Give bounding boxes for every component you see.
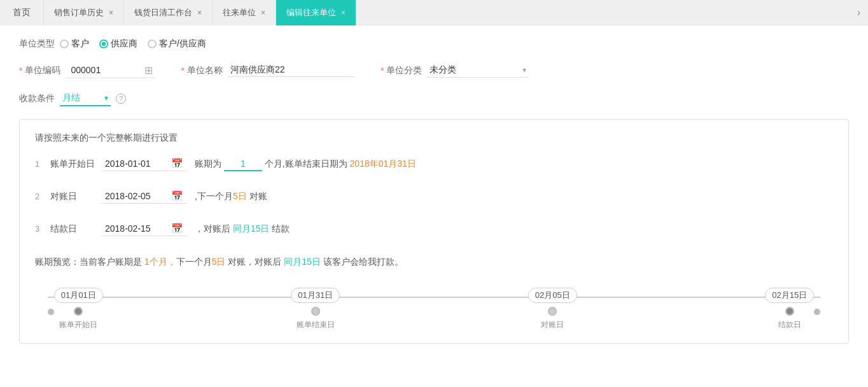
tab-partner-units-close[interactable]: ×	[261, 8, 265, 17]
unit-code-field: * 单位编码 ⊞	[19, 62, 155, 78]
start-date-field: 📅	[101, 157, 187, 171]
tab-edit-partner-close[interactable]: ×	[341, 8, 346, 17]
tab-sales-history[interactable]: 销售订单历史 ×	[44, 0, 124, 25]
preview-payment-day: 同月15日	[284, 257, 321, 267]
row-num-1: 1	[35, 159, 50, 169]
preview-text: 账期预览：当前客户账期是 1个月，下一个月5日 对账，对账后 同月15日 该客户…	[35, 254, 833, 270]
unit-type-radio-group: 客户 供应商 客户/供应商	[60, 38, 206, 50]
reconcile-date-field: 📅	[101, 189, 187, 204]
unit-name-field: * 单位名称	[181, 64, 354, 77]
payment-date-input[interactable]	[105, 223, 169, 234]
row-2-prefix: ,下一个月	[195, 191, 233, 201]
unit-category-field: * 单位分类 未分类 ▾	[381, 63, 529, 78]
payment-condition-value: 月结	[62, 92, 102, 104]
unit-name-label: 单位名称	[187, 65, 223, 76]
radio-supplier-label: 供应商	[111, 38, 137, 50]
row-label-2: 对账日	[50, 191, 101, 202]
timeline-dot-left	[48, 309, 54, 315]
radio-both-label: 客户/供应商	[159, 38, 206, 50]
period-input[interactable]	[224, 157, 262, 171]
row-3-suffix: ，对账后 同月15日 结款	[195, 223, 290, 235]
period-month-text: 个月,账单结束日期为	[265, 158, 350, 169]
tab-partner-units[interactable]: 往来单位 ×	[213, 0, 276, 25]
payment-condition-arrow-icon: ▾	[104, 94, 108, 102]
timeline-node-2-label: 账单结束日	[297, 320, 335, 330]
unit-code-input-wrapper: ⊞	[66, 62, 155, 78]
tab-bar: 首页 销售订单历史 × 钱货日清工作台 × 往来单位 × 编辑往来单位 × ›	[0, 0, 868, 25]
unit-category-value: 未分类	[430, 64, 520, 76]
main-content: 单位类型 客户 供应商 客户/供应商 * 单位编码 ⊞	[0, 25, 868, 387]
row-2-suffix: ,下一个月5日 对账	[195, 191, 267, 202]
row-label-3: 结款日	[50, 223, 101, 235]
tab-partner-units-label: 往来单位	[223, 7, 256, 18]
start-date-calendar-icon[interactable]: 📅	[171, 158, 183, 169]
unit-name-star: *	[181, 66, 184, 76]
setting-row-3: 3 结款日 📅 ，对账后 同月15日 结款	[35, 222, 833, 236]
timeline-node-2-dot	[311, 307, 320, 316]
timeline-node-3-label: 对账日	[541, 320, 564, 330]
unit-name-input[interactable]	[228, 64, 355, 77]
timeline-node-3-date: 02月05日	[528, 288, 577, 303]
timeline-dot-right	[814, 309, 820, 315]
row-label-1: 账单开始日	[50, 158, 101, 170]
help-icon[interactable]: ?	[116, 94, 126, 104]
payment-date-calendar-icon[interactable]: 📅	[171, 223, 183, 234]
setting-row-2: 2 对账日 📅 ,下一个月5日 对账	[35, 189, 833, 204]
unit-category-star: *	[381, 66, 384, 76]
billing-end-date: 2018年01月31日	[350, 158, 416, 169]
tab-home[interactable]: 首页	[0, 0, 44, 25]
row-1-suffix: 账期为 个月,账单结束日期为 2018年01月31日	[195, 157, 416, 171]
preview-period: 1个月，	[144, 257, 176, 267]
radio-supplier-circle	[99, 39, 108, 48]
radio-customer-label: 客户	[71, 38, 89, 50]
setting-row-1: 1 账单开始日 📅 账期为 个月,账单结束日期为 2018年01月31日	[35, 157, 833, 171]
tab-cash-workbench-close[interactable]: ×	[197, 8, 202, 17]
radio-supplier[interactable]: 供应商	[99, 38, 137, 50]
tab-home-label: 首页	[13, 7, 31, 18]
preview-label: 账期预览：当前客户账期是	[35, 257, 144, 267]
start-date-input[interactable]	[105, 158, 169, 169]
timeline-node-4: 02月15日 结款日	[765, 288, 814, 330]
preview-reconcile-prefix: 下一个月	[176, 257, 212, 267]
payment-day: 同月15日	[233, 223, 270, 234]
tab-sales-history-label: 销售订单历史	[54, 7, 104, 18]
timeline-node-4-date: 02月15日	[765, 288, 814, 303]
timeline: 01月01日 账单开始日 01月31日 账单结束日 02月05日 对账日 02月…	[35, 288, 833, 330]
reconcile-date-calendar-icon[interactable]: 📅	[171, 190, 183, 202]
timeline-node-1-label: 账单开始日	[59, 320, 97, 330]
preview-reconcile-suffix: 对账，对账后	[225, 257, 284, 267]
row-3-text: 结款	[269, 223, 290, 234]
timeline-node-2-date: 01月31日	[291, 288, 340, 303]
row-num-2: 2	[35, 192, 50, 201]
tab-edit-partner[interactable]: 编辑往来单位 ×	[276, 0, 356, 25]
tab-cash-workbench-label: 钱货日清工作台	[134, 7, 192, 18]
tab-expand-button[interactable]: ›	[850, 0, 868, 25]
unit-code-input[interactable]	[68, 64, 144, 76]
radio-customer[interactable]: 客户	[60, 38, 89, 50]
timeline-items: 01月01日 账单开始日 01月31日 账单结束日 02月05日 对账日 02月…	[54, 288, 814, 330]
timeline-node-1: 01月01日 账单开始日	[54, 288, 103, 330]
unit-type-row: 单位类型 客户 供应商 客户/供应商	[19, 38, 849, 50]
row-2-text: 对账	[247, 191, 267, 201]
timeline-node-1-date: 01月01日	[54, 288, 103, 303]
unit-category-arrow-icon: ▾	[522, 66, 526, 74]
timeline-node-4-dot	[785, 307, 794, 316]
radio-both[interactable]: 客户/供应商	[148, 38, 206, 50]
unit-category-select[interactable]: 未分类 ▾	[427, 63, 529, 78]
payment-condition-label: 收款条件	[19, 93, 55, 104]
preview-payment-suffix: 该客户会给我打款。	[321, 257, 403, 267]
timeline-node-2: 01月31日 账单结束日	[291, 288, 340, 330]
row-3-prefix: ，对账后	[195, 223, 233, 234]
unit-type-label: 单位类型	[19, 38, 55, 50]
timeline-node-1-dot	[74, 307, 83, 316]
tab-sales-history-close[interactable]: ×	[109, 8, 113, 17]
preview-reconcile-day: 5日	[212, 257, 226, 267]
radio-both-circle	[148, 39, 157, 48]
payment-condition-select[interactable]: 月结 ▾	[60, 91, 111, 106]
period-text: 账期为	[195, 158, 224, 169]
unit-code-copy-icon[interactable]: ⊞	[144, 64, 153, 76]
reconcile-date-input[interactable]	[105, 191, 169, 201]
unit-code-star: *	[19, 66, 22, 76]
unit-category-label: 单位分类	[386, 65, 422, 76]
tab-cash-workbench[interactable]: 钱货日清工作台 ×	[124, 0, 213, 25]
